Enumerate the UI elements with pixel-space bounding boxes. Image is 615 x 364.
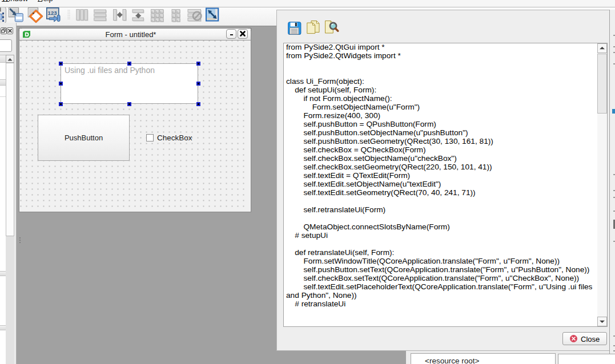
svg-text:123: 123 (48, 10, 57, 16)
